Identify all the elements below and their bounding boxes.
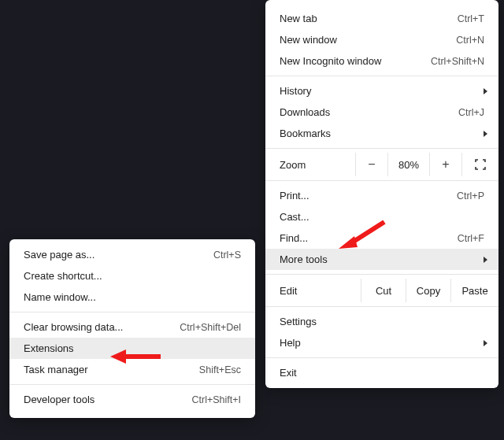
menu-item-print[interactable]: Print... Ctrl+P xyxy=(265,185,498,206)
more-tools-submenu: Save page as... Ctrl+S Create shortcut..… xyxy=(9,239,255,418)
menu-label: More tools xyxy=(280,253,484,265)
submenu-arrow-icon xyxy=(484,257,487,263)
menu-item-settings[interactable]: Settings xyxy=(265,311,498,332)
menu-label: New tab xyxy=(280,13,447,24)
menu-label: Clear browsing data... xyxy=(24,321,169,333)
chrome-main-menu: New tab Ctrl+T New window Ctrl+N New Inc… xyxy=(265,0,498,388)
menu-item-history[interactable]: History xyxy=(265,80,498,102)
menu-label: Cast... xyxy=(280,211,484,223)
menu-label: History xyxy=(280,85,484,97)
menu-shortcut: Ctrl+Shift+N xyxy=(431,56,484,67)
submenu-item-save-page[interactable]: Save page as... Ctrl+S xyxy=(9,244,255,265)
menu-separator xyxy=(265,357,498,358)
zoom-label: Zoom xyxy=(280,159,355,171)
edit-label: Edit xyxy=(280,285,361,297)
menu-item-new-window[interactable]: New window Ctrl+N xyxy=(265,29,498,50)
menu-separator xyxy=(265,306,498,307)
submenu-arrow-icon xyxy=(484,131,487,137)
fullscreen-icon xyxy=(475,159,486,170)
menu-item-help[interactable]: Help xyxy=(265,332,498,353)
submenu-item-extensions[interactable]: Extensions xyxy=(9,338,255,359)
menu-shortcut: Ctrl+Shift+Del xyxy=(180,322,241,333)
menu-label: Settings xyxy=(280,316,484,327)
menu-separator xyxy=(265,148,498,149)
menu-label: New window xyxy=(280,34,445,46)
menu-shortcut: Ctrl+F xyxy=(458,233,484,244)
cut-button[interactable]: Cut xyxy=(361,279,406,302)
copy-button[interactable]: Copy xyxy=(406,279,450,302)
menu-separator xyxy=(265,76,498,76)
menu-shortcut: Ctrl+P xyxy=(457,190,484,202)
menu-item-exit[interactable]: Exit xyxy=(265,362,498,383)
menu-label: Print... xyxy=(280,190,446,202)
menu-shortcut: Ctrl+J xyxy=(458,107,484,118)
menu-item-new-tab[interactable]: New tab Ctrl+T xyxy=(265,8,498,29)
menu-label: Help xyxy=(280,337,484,349)
menu-label: Task manager xyxy=(24,364,188,375)
menu-label: Find... xyxy=(280,232,447,244)
menu-label: Developer tools xyxy=(24,394,180,405)
menu-shortcut: Ctrl+Shift+I xyxy=(191,394,241,405)
menu-item-find[interactable]: Find... Ctrl+F xyxy=(265,227,498,249)
zoom-percent: 80% xyxy=(387,153,429,176)
menu-label: Exit xyxy=(280,367,484,379)
fullscreen-button[interactable] xyxy=(461,153,498,176)
menu-label: Name window... xyxy=(24,291,241,303)
zoom-out-button[interactable]: − xyxy=(355,153,387,176)
zoom-in-button[interactable]: + xyxy=(429,153,461,176)
menu-label: Bookmarks xyxy=(280,128,484,139)
menu-shortcut: Ctrl+N xyxy=(456,35,484,46)
submenu-item-developer-tools[interactable]: Developer tools Ctrl+Shift+I xyxy=(9,389,255,410)
menu-separator xyxy=(265,180,498,181)
menu-shortcut: Ctrl+T xyxy=(458,13,484,24)
menu-separator xyxy=(9,312,255,312)
menu-label: Downloads xyxy=(280,106,447,118)
submenu-arrow-icon xyxy=(484,340,487,346)
submenu-item-name-window[interactable]: Name window... xyxy=(9,287,255,308)
menu-separator xyxy=(9,384,255,385)
submenu-item-clear-data[interactable]: Clear browsing data... Ctrl+Shift+Del xyxy=(9,316,255,338)
menu-item-zoom: Zoom − 80% + xyxy=(265,153,498,176)
paste-button[interactable]: Paste xyxy=(450,279,498,302)
menu-label: Extensions xyxy=(24,342,241,354)
menu-item-downloads[interactable]: Downloads Ctrl+J xyxy=(265,102,498,123)
menu-shortcut: Ctrl+S xyxy=(213,250,241,261)
menu-label: Save page as... xyxy=(24,249,202,261)
menu-item-more-tools[interactable]: More tools xyxy=(265,249,498,270)
menu-item-edit: Edit Cut Copy Paste xyxy=(265,279,498,302)
menu-separator xyxy=(265,274,498,275)
menu-shortcut: Shift+Esc xyxy=(199,364,241,375)
menu-item-cast[interactable]: Cast... xyxy=(265,206,498,227)
menu-label: Create shortcut... xyxy=(24,270,241,282)
menu-label: New Incognito window xyxy=(280,55,420,67)
submenu-arrow-icon xyxy=(484,88,487,94)
menu-item-incognito[interactable]: New Incognito window Ctrl+Shift+N xyxy=(265,50,498,72)
submenu-item-create-shortcut[interactable]: Create shortcut... xyxy=(9,265,255,287)
menu-item-bookmarks[interactable]: Bookmarks xyxy=(265,123,498,144)
submenu-item-task-manager[interactable]: Task manager Shift+Esc xyxy=(9,359,255,380)
